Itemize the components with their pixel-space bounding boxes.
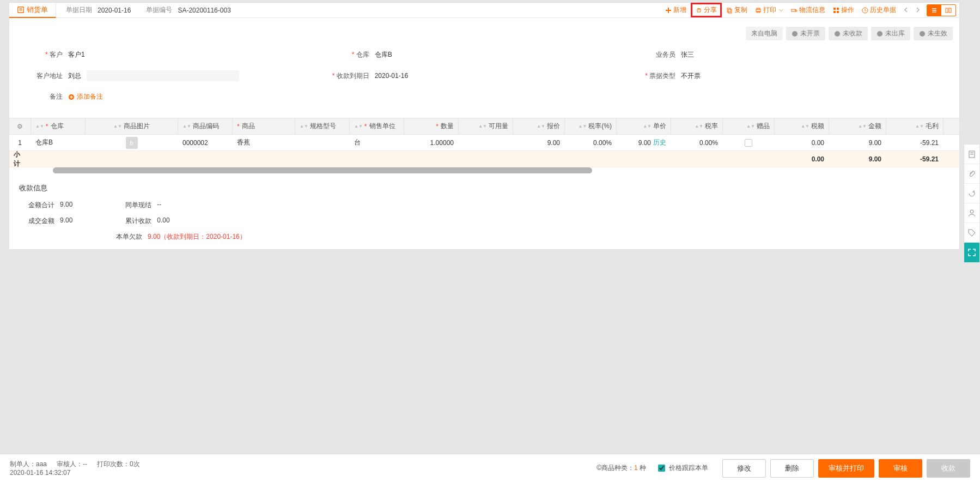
history-button[interactable]: 历史单据 xyxy=(859,4,899,16)
audit-print-button[interactable]: 审核并打印 xyxy=(818,459,874,478)
col-profit[interactable]: ▲▼毛利 xyxy=(886,118,944,134)
view-toggle xyxy=(927,4,956,16)
user-icon xyxy=(967,209,976,218)
chevron-down-icon xyxy=(779,8,783,13)
svg-rect-6 xyxy=(792,9,795,11)
truck-icon xyxy=(791,7,798,14)
card-icon xyxy=(945,7,952,14)
copy-icon xyxy=(726,7,733,14)
svg-point-20 xyxy=(970,210,973,213)
rtool-note-button[interactable] xyxy=(964,144,979,164)
delete-button[interactable]: 删除 xyxy=(770,459,814,478)
doc-date-value: 2020-01-16 xyxy=(98,7,131,14)
col-gift[interactable]: ▲▼赠品 xyxy=(723,118,775,134)
status-row: 来自电脑 未开票 未收款 未出库 未生效 xyxy=(9,18,959,40)
price-history-link[interactable]: 历史 xyxy=(653,138,666,147)
refresh-icon xyxy=(967,189,976,198)
svg-rect-2 xyxy=(728,9,732,13)
rtool-refresh-button[interactable] xyxy=(964,184,979,203)
col-taxratepct[interactable]: ▲▼税率(%) xyxy=(565,118,617,134)
row-name: 香蕉 xyxy=(233,135,295,150)
main-card: 销货单 单据日期 2020-01-16 单据编号 SA-20200116-003… xyxy=(9,2,960,250)
note-icon xyxy=(967,150,976,159)
remark-label: 备注 xyxy=(25,92,63,101)
right-toolbar xyxy=(964,144,980,263)
table-horizontal-scrollbar[interactable] xyxy=(9,167,959,173)
rtool-expand-button[interactable] xyxy=(964,243,979,262)
row-amount: 9.00 xyxy=(829,135,886,150)
view-card-button[interactable] xyxy=(941,5,955,16)
payment-info: 收款信息 金额合计9.00 同单现结-- 成交金额9.00 累计收款0.00 x… xyxy=(9,173,959,258)
subtotal-taxamt: 0.00 xyxy=(775,151,829,167)
svg-rect-4 xyxy=(757,8,760,9)
address-label: 客户地址 xyxy=(25,71,63,81)
cum-value: 0.00 xyxy=(157,216,169,226)
col-taxrate[interactable]: ▲▼税率 xyxy=(671,118,723,134)
print-button[interactable]: 打印 xyxy=(752,4,787,16)
col-taxamt[interactable]: ▲▼税额 xyxy=(775,118,829,134)
header-meta: 单据日期 2020-01-16 单据编号 SA-20200116-003 xyxy=(66,5,231,15)
col-unit[interactable]: ▲▼*销售单位 xyxy=(350,118,404,134)
svg-rect-9 xyxy=(833,11,836,13)
edit-button[interactable]: 修改 xyxy=(722,459,766,478)
rtool-user-button[interactable] xyxy=(964,203,979,223)
col-product[interactable]: *商品 xyxy=(233,118,295,134)
auditor-value: -- xyxy=(83,460,87,468)
status-unpaid[interactable]: 未收款 xyxy=(829,27,868,40)
prev-button[interactable] xyxy=(900,5,911,15)
gear-icon[interactable]: ⚙ xyxy=(17,123,23,130)
svg-rect-3 xyxy=(756,9,760,11)
status-unshipped[interactable]: 未出库 xyxy=(871,27,910,40)
copy-button[interactable]: 复制 xyxy=(723,4,751,16)
product-image-placeholder[interactable]: b xyxy=(126,137,138,149)
price-follow-checkbox[interactable]: 价格跟踪本单 xyxy=(656,463,708,473)
svg-rect-1 xyxy=(727,8,731,12)
invtype-label: 票据类型 xyxy=(637,71,675,81)
tab-sales-order[interactable]: 销货单 xyxy=(9,3,56,18)
col-price[interactable]: ▲▼单价 xyxy=(617,118,671,134)
footer-timestamp: 2020-01-16 14:32:07 xyxy=(10,468,70,477)
gift-checkbox[interactable] xyxy=(745,139,752,147)
table-row[interactable]: 1 仓库B b 0000002 香蕉 台 1.00000 9.00 0.00% … xyxy=(9,135,959,151)
svg-point-15 xyxy=(835,31,840,37)
footer-info: 制单人：aaa 审核人：-- 打印次数：0次 2020-01-16 14:32:… xyxy=(10,460,140,477)
rtool-tag-button[interactable] xyxy=(964,223,979,243)
pay-button[interactable]: 收款 xyxy=(927,459,970,478)
col-warehouse[interactable]: ▲▼*仓库 xyxy=(31,118,86,134)
maker-value: aaa xyxy=(36,460,47,468)
new-button[interactable]: 新增 xyxy=(662,4,690,16)
doc-date-label: 单据日期 xyxy=(66,5,92,15)
ops-button[interactable]: 操作 xyxy=(830,4,857,16)
audit-button[interactable]: 审核 xyxy=(879,459,922,478)
col-spec[interactable]: ▲▼规格型号 xyxy=(295,118,350,134)
view-list-button[interactable] xyxy=(927,5,941,16)
due-label: 收款到期日 xyxy=(331,71,369,81)
share-button[interactable]: 分享 xyxy=(691,3,722,17)
attachment-icon xyxy=(967,170,976,178)
next-button[interactable] xyxy=(912,5,923,15)
info-icon xyxy=(834,31,841,37)
col-code[interactable]: ▲▼商品编码 xyxy=(178,118,233,134)
subtotal-label: 小计 xyxy=(9,151,31,167)
svg-point-17 xyxy=(920,31,925,37)
add-remark-button[interactable]: 添加备注 xyxy=(68,92,103,101)
svg-rect-8 xyxy=(837,8,839,10)
status-inactive[interactable]: 未生效 xyxy=(914,27,953,40)
col-amount[interactable]: ▲▼金额 xyxy=(829,118,886,134)
cum-label: 累计收款 xyxy=(116,216,151,226)
svg-rect-10 xyxy=(837,11,839,13)
col-qty[interactable]: *数量 xyxy=(404,118,459,134)
col-image[interactable]: ▲▼商品图片 xyxy=(86,118,178,134)
svg-rect-12 xyxy=(946,8,948,13)
status-uninvoiced[interactable]: 未开票 xyxy=(786,27,825,40)
col-avail[interactable]: ▲▼可用量 xyxy=(459,118,513,134)
logistics-button[interactable]: 物流信息 xyxy=(788,4,829,16)
rtool-attach-button[interactable] xyxy=(964,164,979,184)
svg-rect-7 xyxy=(833,8,836,10)
doc-code-value: SA-20200116-003 xyxy=(178,7,230,14)
col-quote[interactable]: ▲▼报价 xyxy=(513,118,565,134)
kinds-label: ©商品种类：1 种 xyxy=(596,463,646,473)
row-profit: -59.21 xyxy=(886,135,944,150)
invtype-value: 不开票 xyxy=(681,71,701,81)
svg-point-16 xyxy=(877,31,882,37)
